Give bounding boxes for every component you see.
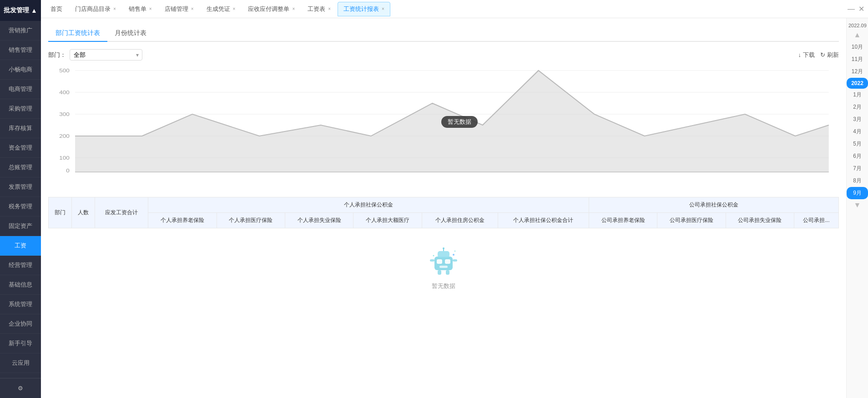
chart-tooltip: 暂无数据	[441, 116, 478, 128]
sidebar: 批发管理 ▲ 营销推广销售管理小畅电商电商管理采购管理库存核算资金管理总账管理发…	[0, 0, 41, 398]
sub-tab-部门工资统计表[interactable]: 部门工资统计表	[48, 25, 107, 42]
refresh-button[interactable]: ↻ 刷新	[820, 51, 839, 59]
tab-店铺管理[interactable]: 店铺管理×	[159, 2, 200, 16]
timeline-item-2022[interactable]: 2022	[847, 78, 868, 89]
svg-rect-14	[445, 259, 450, 264]
col-company-pension: 公司承担养老保险	[589, 213, 657, 228]
col-company-more: 公司承担...	[794, 213, 838, 228]
tab-首页[interactable]: 首页	[45, 2, 68, 16]
window-controls: — ✕	[848, 5, 864, 13]
svg-point-25	[454, 251, 456, 252]
sidebar-item-经营管理[interactable]: 经营管理	[0, 256, 41, 275]
col-personal-housing: 个人承担住房公积金	[422, 213, 498, 228]
timeline-item-7月[interactable]: 7月	[847, 162, 868, 175]
sidebar-header[interactable]: 批发管理 ▲	[0, 0, 41, 21]
sidebar-item-基础信息[interactable]: 基础信息	[0, 275, 41, 295]
tab-close-icon[interactable]: ×	[292, 6, 295, 11]
col-personal-pension: 个人承担养老保险	[148, 213, 217, 228]
content-main: 部门工资统计表月份统计表 部门： 全部 ↓ 下载	[41, 18, 846, 398]
sidebar-item-小畅电商[interactable]: 小畅电商	[0, 60, 41, 80]
tab-close-icon[interactable]: ×	[233, 6, 236, 11]
svg-text:0: 0	[66, 168, 70, 174]
sidebar-item-企业协同[interactable]: 企业协同	[0, 314, 41, 334]
sub-tabs: 部门工资统计表月份统计表	[48, 25, 839, 42]
tab-生成凭证[interactable]: 生成凭证×	[201, 2, 242, 16]
svg-point-24	[433, 255, 434, 257]
timeline-item-4月[interactable]: 4月	[847, 126, 868, 138]
svg-text:100: 100	[59, 155, 70, 161]
timeline-items: 10月11月12月20221月2月3月4月5月6月7月8月9月	[847, 41, 868, 199]
sidebar-item-销售管理[interactable]: 销售管理	[0, 40, 41, 60]
dept-label: 部门：	[48, 51, 66, 59]
download-icon: ↓	[798, 51, 802, 58]
tab-门店商品目录[interactable]: 门店商品目录×	[69, 2, 122, 16]
toolbar-right: ↓ 下载 ↻ 刷新	[798, 51, 839, 59]
svg-rect-22	[446, 270, 449, 275]
sidebar-item-总账管理[interactable]: 总账管理	[0, 158, 41, 177]
table-area[interactable]: 部门 人数 应发工资合计 个人承担社保公积金 公司承担社保公积金 个人承担养老保…	[48, 197, 839, 391]
sidebar-item-采购管理[interactable]: 采购管理	[0, 99, 41, 119]
tab-销售单[interactable]: 销售单×	[123, 2, 158, 16]
refresh-label: 刷新	[827, 51, 839, 59]
svg-text:500: 500	[59, 68, 70, 74]
content-area: 部门工资统计表月份统计表 部门： 全部 ↓ 下载	[41, 18, 868, 398]
timeline-item-11月[interactable]: 11月	[847, 53, 868, 65]
svg-text:200: 200	[59, 133, 70, 139]
window-minimize-icon[interactable]: —	[848, 5, 855, 13]
timeline-down-button[interactable]: ▼	[847, 199, 868, 211]
sidebar-items: 营销推广销售管理小畅电商电商管理采购管理库存核算资金管理总账管理发票管理税务管理…	[0, 21, 41, 373]
tab-工资表[interactable]: 工资表×	[302, 2, 337, 16]
timeline-panel: 2022.09 ▲ 10月11月12月20221月2月3月4月5月6月7月8月9…	[846, 18, 868, 398]
sidebar-item-税务管理[interactable]: 税务管理	[0, 197, 41, 217]
no-data-container: 暂无数据	[49, 228, 839, 299]
timeline-item-12月[interactable]: 12月	[847, 65, 868, 78]
sidebar-collapse-icon: ▲	[31, 7, 37, 14]
tab-close-icon[interactable]: ×	[149, 6, 152, 11]
window-close-icon[interactable]: ✕	[858, 5, 864, 13]
timeline-item-9月[interactable]: 9月	[847, 187, 868, 199]
tab-工资统计报表[interactable]: 工资统计报表×	[338, 2, 390, 16]
col-company-group: 公司承担社保公积金	[589, 197, 838, 213]
refresh-icon: ↻	[820, 51, 825, 58]
sidebar-item-固定资产[interactable]: 固定资产	[0, 217, 41, 236]
col-company-unemployment: 公司承担失业保险	[726, 213, 794, 228]
table-row: 暂无数据	[49, 228, 839, 300]
timeline-up-button[interactable]: ▲	[847, 29, 868, 41]
timeline-item-5月[interactable]: 5月	[847, 138, 868, 150]
tab-close-icon[interactable]: ×	[113, 6, 116, 11]
timeline-item-6月[interactable]: 6月	[847, 150, 868, 162]
svg-text:300: 300	[59, 111, 70, 117]
sidebar-item-电商管理[interactable]: 电商管理	[0, 80, 41, 99]
col-personal-large-medical: 个人承担大额医疗	[353, 213, 422, 228]
sub-tab-月份统计表[interactable]: 月份统计表	[107, 25, 154, 42]
timeline-item-2月[interactable]: 2月	[847, 101, 868, 113]
tab-应收应付调整单[interactable]: 应收应付调整单×	[242, 2, 301, 16]
col-salary-total: 应发工资合计	[95, 197, 148, 228]
col-count: 人数	[72, 197, 95, 228]
tab-close-icon[interactable]: ×	[328, 6, 331, 11]
dept-select[interactable]: 全部	[70, 49, 142, 60]
col-personal-group: 个人承担社保公积金	[148, 197, 589, 213]
tab-close-icon[interactable]: ×	[191, 6, 194, 11]
sidebar-item-云应用[interactable]: 云应用	[0, 353, 41, 373]
download-button[interactable]: ↓ 下载	[798, 51, 815, 59]
col-personal-medical: 个人承担医疗保险	[217, 213, 285, 228]
col-personal-unemployment: 个人承担失业保险	[285, 213, 353, 228]
sidebar-item-营销推广[interactable]: 营销推广	[0, 21, 41, 40]
tab-close-icon[interactable]: ×	[382, 6, 384, 11]
sidebar-item-发票管理[interactable]: 发票管理	[0, 177, 41, 197]
sidebar-item-资金管理[interactable]: 资金管理	[0, 138, 41, 158]
timeline-item-8月[interactable]: 8月	[847, 175, 868, 187]
table-group-header-row: 部门 人数 应发工资合计 个人承担社保公积金 公司承担社保公积金	[49, 197, 839, 213]
sidebar-item-库存核算[interactable]: 库存核算	[0, 119, 41, 138]
sidebar-title: 批发管理	[4, 6, 29, 15]
sidebar-item-工资[interactable]: 工资	[0, 236, 41, 256]
timeline-item-10月[interactable]: 10月	[847, 41, 868, 53]
timeline-item-3月[interactable]: 3月	[847, 113, 868, 126]
no-data-text: 暂无数据	[432, 282, 455, 290]
sidebar-item-系统管理[interactable]: 系统管理	[0, 295, 41, 314]
tab-items: 首页门店商品目录×销售单×店铺管理×生成凭证×应收应付调整单×工资表×工资统计报…	[45, 2, 390, 16]
sidebar-item-新手引导[interactable]: 新手引导	[0, 334, 41, 353]
sidebar-footer[interactable]: ⚙	[0, 378, 41, 398]
timeline-item-1月[interactable]: 1月	[847, 89, 868, 101]
